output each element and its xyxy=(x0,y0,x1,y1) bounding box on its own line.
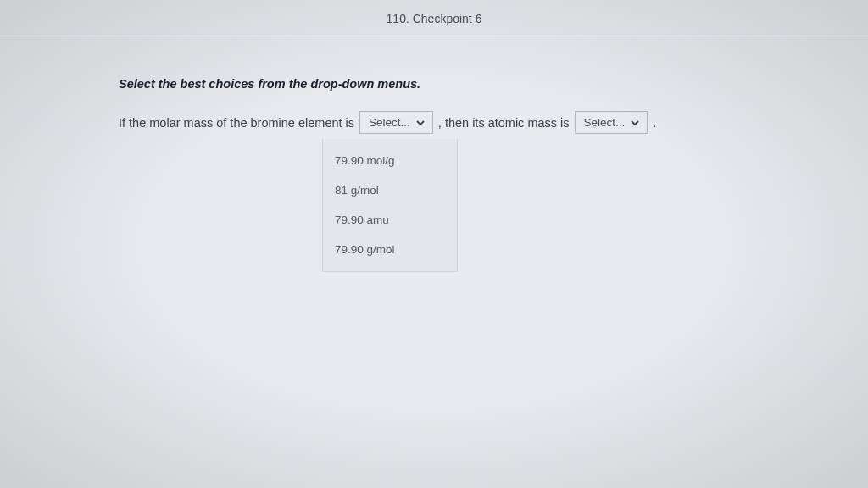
question-sentence: If the molar mass of the bromine element… xyxy=(119,111,868,134)
question-title: 110. Checkpoint 6 xyxy=(387,12,482,25)
molar-mass-dropdown-panel: 79.90 mol/g 81 g/mol 79.90 amu 79.90 g/m… xyxy=(322,139,458,272)
chevron-down-icon xyxy=(630,118,640,128)
chevron-down-icon xyxy=(415,118,426,128)
sentence-part-1: If the molar mass of the bromine element… xyxy=(119,116,354,130)
atomic-mass-select[interactable]: Select... xyxy=(575,111,648,134)
dropdown-option[interactable]: 81 g/mol xyxy=(323,175,457,205)
dropdown-option[interactable]: 79.90 amu xyxy=(323,205,457,235)
dropdown-option[interactable]: 79.90 g/mol xyxy=(323,235,457,264)
select-label: Select... xyxy=(584,116,626,129)
page-header: 110. Checkpoint 6 xyxy=(0,0,868,36)
content-area: Select the best choices from the drop-do… xyxy=(0,36,868,134)
dropdown-option[interactable]: 79.90 mol/g xyxy=(323,146,457,175)
select-label: Select... xyxy=(369,116,410,129)
sentence-part-2: , then its atomic mass is xyxy=(438,116,570,130)
sentence-part-3: . xyxy=(653,116,656,130)
instruction-text: Select the best choices from the drop-do… xyxy=(119,77,868,91)
molar-mass-select[interactable]: Select... xyxy=(359,111,433,134)
